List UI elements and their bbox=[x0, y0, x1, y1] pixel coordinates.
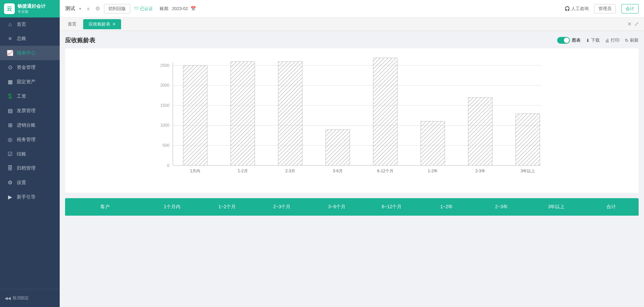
tab-close-icon[interactable]: ✕ bbox=[112, 22, 116, 27]
bar-1-2month bbox=[231, 62, 255, 166]
bar-2-3month bbox=[278, 62, 302, 166]
svg-text:1000: 1000 bbox=[160, 123, 170, 128]
expand-btn[interactable]: ⤢ bbox=[634, 21, 639, 27]
sidebar-label-wages: 工资 bbox=[17, 93, 26, 99]
svg-text:2-3年: 2-3年 bbox=[475, 169, 485, 173]
period-info: 账期 2023-02 📅 bbox=[160, 6, 196, 12]
tab-bar: 首页 应收账龄表 ✕ ✕ ⤢ bbox=[60, 17, 644, 31]
sidebar-menu: ⌂ 首页 ≡ 总账 📈 报表中心 ⊙ 资金管理 ▦ 固定资产 💲 工资 ▤ 发票… bbox=[0, 17, 60, 289]
sidebar-item-guide[interactable]: ▶ 新手引导 bbox=[0, 190, 60, 204]
print-label: 打印 bbox=[611, 37, 620, 43]
th-1-2month: 1~2个月 bbox=[200, 204, 255, 210]
sidebar-label-assets: 固定资产 bbox=[17, 79, 36, 85]
sidebar-label-invoice: 发票管理 bbox=[17, 108, 36, 114]
page-actions: 图表 ⬇ 下载 🖨 打印 ↻ 刷新 bbox=[557, 37, 639, 44]
add-company-btn[interactable]: ＋ bbox=[85, 5, 91, 13]
print-btn[interactable]: 🖨 打印 bbox=[605, 37, 620, 43]
chart-toggle[interactable]: 图表 bbox=[557, 37, 581, 44]
th-3plus-year: 3年以上 bbox=[529, 204, 584, 210]
tax-icon: ◎ bbox=[7, 136, 13, 143]
tab-ar-aging[interactable]: 应收账龄表 ✕ bbox=[83, 19, 121, 29]
sidebar-item-reports[interactable]: 📈 报表中心 bbox=[0, 46, 60, 60]
svg-text:3年以上: 3年以上 bbox=[521, 169, 535, 173]
funds-icon: ⊙ bbox=[7, 64, 13, 71]
company-name: 测试 bbox=[65, 5, 75, 12]
svg-text:1-2年: 1-2年 bbox=[428, 169, 438, 173]
shield-icon: 🛡 bbox=[134, 6, 139, 11]
top-nav: 测试 ▾ ＋ ⚙ 切到旧版 🛡 已认证 账期 2023-02 📅 🎧 人工咨询 … bbox=[60, 0, 644, 17]
bar-3-6month bbox=[326, 130, 350, 166]
logo-icon: 云 bbox=[4, 3, 15, 14]
th-1month: 1个月内 bbox=[145, 204, 200, 210]
tab-home-label: 首页 bbox=[68, 21, 76, 27]
th-total: 合计 bbox=[584, 204, 639, 210]
refresh-label: 刷新 bbox=[630, 37, 639, 43]
settings-btn[interactable]: ⚙ bbox=[95, 5, 100, 12]
sidebar-item-closing[interactable]: ☑ 结账 bbox=[0, 147, 60, 161]
page-title: 应收账龄表 bbox=[65, 36, 95, 44]
sidebar-item-trade[interactable]: ⊞ 进销台账 bbox=[0, 118, 60, 132]
sidebar-label-ledger: 总账 bbox=[17, 36, 26, 42]
sidebar-label-tax: 税务管理 bbox=[17, 137, 36, 143]
close-window-btn[interactable]: ✕ bbox=[627, 21, 632, 27]
toggle-track[interactable] bbox=[557, 37, 570, 44]
bar-2-3year bbox=[468, 97, 492, 165]
switch-old-btn[interactable]: 切到旧版 bbox=[104, 4, 130, 13]
assets-icon: ▦ bbox=[7, 79, 13, 85]
print-icon: 🖨 bbox=[605, 38, 609, 43]
sidebar-label-trade: 进销台账 bbox=[17, 122, 36, 128]
closing-icon: ☑ bbox=[7, 151, 13, 157]
sidebar-label-funds: 资金管理 bbox=[17, 64, 36, 71]
sidebar-label-archive: 归档管理 bbox=[17, 165, 36, 171]
cancel-fixed-btn[interactable]: ◀◀ 取消固定 bbox=[0, 293, 60, 304]
th-1-2year: 1~2年 bbox=[419, 204, 474, 210]
ledger-icon: ≡ bbox=[7, 36, 13, 42]
table-header: 客户 1个月内 1~2个月 2~3个月 3~6个月 6~12个月 1~2年 2~… bbox=[65, 198, 639, 216]
bar-1-2year bbox=[421, 121, 445, 165]
bar-3plus-year bbox=[516, 114, 540, 165]
sidebar-label-closing: 结账 bbox=[17, 151, 26, 157]
th-3-6month: 3~6个月 bbox=[309, 204, 364, 210]
period-value: 2023-02 bbox=[172, 6, 188, 11]
app-edition: 专业版 bbox=[17, 9, 46, 14]
th-6-12month: 6~12个月 bbox=[364, 204, 419, 210]
th-2-3year: 2~3年 bbox=[474, 204, 529, 210]
tab-home[interactable]: 首页 bbox=[62, 19, 82, 29]
th-2-3month: 2~3个月 bbox=[255, 204, 310, 210]
user-btn[interactable]: 管理员 bbox=[594, 4, 616, 13]
svg-text:2-3月: 2-3月 bbox=[285, 169, 295, 173]
sidebar-item-invoice[interactable]: ▤ 发票管理 bbox=[0, 103, 60, 118]
certified-badge: 🛡 已认证 bbox=[134, 6, 153, 12]
sidebar-item-wages[interactable]: 💲 工资 bbox=[0, 89, 60, 103]
main-area: 测试 ▾ ＋ ⚙ 切到旧版 🛡 已认证 账期 2023-02 📅 🎧 人工咨询 … bbox=[60, 0, 644, 307]
trade-icon: ⊞ bbox=[7, 122, 13, 128]
page-content: 应收账龄表 图表 ⬇ 下载 🖨 打印 ↻ 刷新 bbox=[60, 31, 644, 307]
sidebar-item-home[interactable]: ⌂ 首页 bbox=[0, 17, 60, 32]
guide-icon: ▶ bbox=[7, 194, 13, 200]
svg-text:2000: 2000 bbox=[160, 83, 170, 88]
sidebar-bottom: ◀◀ 取消固定 bbox=[0, 289, 60, 307]
sidebar-item-settings[interactable]: ⚙ 设置 bbox=[0, 175, 60, 190]
sidebar-label-settings: 设置 bbox=[17, 180, 26, 186]
refresh-icon: ↻ bbox=[625, 38, 629, 43]
sidebar-label-guide: 新手引导 bbox=[17, 194, 36, 200]
chart-toggle-label: 图表 bbox=[572, 37, 581, 43]
role-btn[interactable]: 会计 bbox=[621, 4, 639, 13]
sidebar-item-funds[interactable]: ⊙ 资金管理 bbox=[0, 60, 60, 75]
tab-ar-aging-label: 应收账龄表 bbox=[89, 21, 110, 27]
sidebar-item-assets[interactable]: ▦ 固定资产 bbox=[0, 75, 60, 89]
cancel-fixed-icon: ◀◀ bbox=[5, 296, 11, 301]
svg-text:0: 0 bbox=[167, 163, 169, 168]
company-dropdown-icon[interactable]: ▾ bbox=[79, 6, 81, 11]
download-label: 下载 bbox=[591, 37, 600, 43]
refresh-btn[interactable]: ↻ 刷新 bbox=[625, 37, 639, 43]
sidebar-label-home: 首页 bbox=[17, 21, 26, 28]
sidebar-item-tax[interactable]: ◎ 税务管理 bbox=[0, 132, 60, 147]
download-btn[interactable]: ⬇ 下载 bbox=[586, 37, 600, 43]
sidebar-item-ledger[interactable]: ≡ 总账 bbox=[0, 32, 60, 46]
svg-text:1月内: 1月内 bbox=[190, 169, 201, 173]
home-icon: ⌂ bbox=[7, 21, 13, 28]
cancel-fixed-label: 取消固定 bbox=[13, 295, 29, 301]
consult-btn[interactable]: 🎧 人工咨询 bbox=[565, 6, 589, 12]
sidebar-item-archive[interactable]: 🗄 归档管理 bbox=[0, 161, 60, 175]
